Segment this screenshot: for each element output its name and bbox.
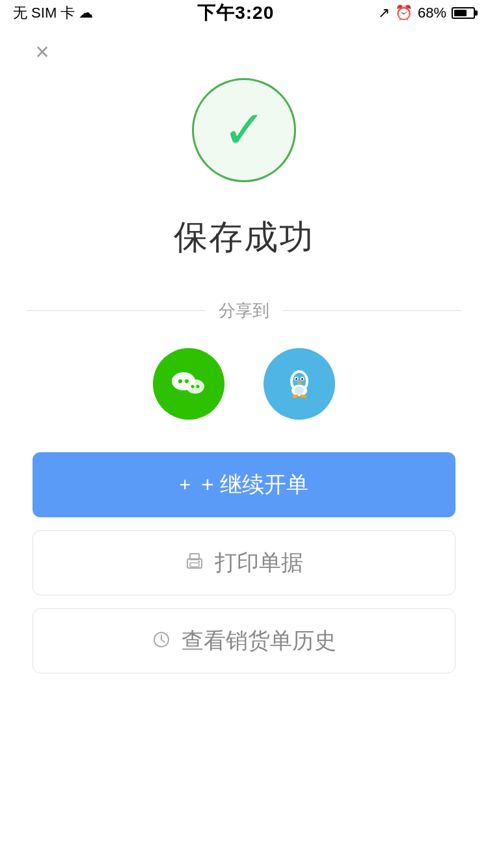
checkmark-icon: ✓: [223, 104, 266, 156]
location-icon: ↗: [378, 5, 390, 21]
divider-right: [282, 310, 462, 311]
svg-point-20: [198, 560, 200, 562]
printer-icon: [185, 552, 204, 575]
svg-line-23: [161, 640, 165, 642]
alarm-icon: ⏰: [395, 5, 413, 21]
battery-percent: 68%: [418, 5, 446, 21]
wechat-share-button[interactable]: [153, 348, 224, 420]
continue-button[interactable]: + + 继续开单: [33, 452, 455, 517]
close-icon: ×: [35, 40, 49, 64]
svg-rect-19: [190, 563, 199, 567]
status-left: 无 SIM 卡 ☁: [13, 3, 93, 23]
continue-button-label: + 继续开单: [201, 470, 308, 500]
status-time: 下午3:20: [197, 1, 274, 25]
svg-point-3: [186, 379, 204, 394]
svg-point-5: [196, 385, 199, 388]
qq-share-button[interactable]: [264, 348, 335, 420]
print-button[interactable]: 打印单据: [33, 530, 455, 595]
success-circle: ✓: [192, 78, 296, 182]
success-title: 保存成功: [174, 215, 314, 260]
share-divider: 分享到: [26, 299, 462, 322]
share-label: 分享到: [206, 299, 282, 322]
close-button[interactable]: ×: [26, 36, 59, 68]
svg-point-14: [295, 387, 304, 394]
print-button-label: 打印单据: [215, 548, 303, 578]
svg-point-10: [295, 378, 297, 380]
share-section: 分享到: [0, 299, 488, 420]
no-sim-label: 无 SIM 卡 ☁: [13, 3, 93, 23]
status-bar: 无 SIM 卡 ☁ 下午3:20 ↗ ⏰ 68%: [0, 0, 488, 26]
plus-icon: +: [180, 475, 191, 495]
svg-point-11: [301, 378, 303, 380]
clock-icon: [152, 630, 171, 653]
history-button-label: 查看销货单历史: [182, 626, 336, 656]
actions-section: + + 继续开单 打印单据: [0, 452, 488, 673]
svg-point-4: [191, 385, 194, 388]
divider-left: [26, 310, 206, 311]
main-content: ✓ 保存成功 分享到: [0, 26, 488, 673]
qq-icon: [280, 364, 319, 403]
share-icons-container: [26, 348, 462, 420]
status-right: ↗ ⏰ 68%: [378, 5, 475, 21]
svg-point-12: [297, 381, 302, 384]
svg-point-1: [178, 379, 182, 383]
wechat-icon: [168, 363, 210, 405]
history-button[interactable]: 查看销货单历史: [33, 608, 455, 673]
battery-icon: [452, 7, 475, 19]
